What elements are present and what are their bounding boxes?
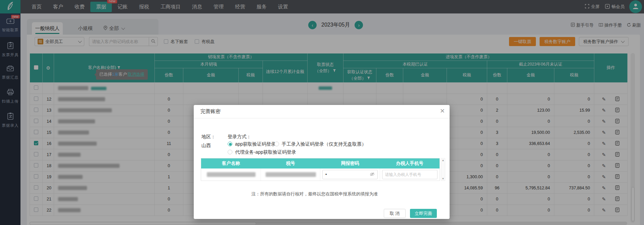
radio-agent-app-label: 代理业务-app获取验证码登录 (235, 149, 296, 155)
dialog-header: 完善账密 ✕ (194, 105, 450, 118)
dialog-title: 完善账密 (200, 108, 221, 115)
app-window: 首页客户收费票据new记账报税工商项目消息管理经营服务设置 全屏 畅会员 new… (0, 0, 644, 225)
web-password-input[interactable]: • (322, 170, 378, 179)
password-dot: • (325, 172, 370, 177)
region-label: 地区： (201, 134, 216, 140)
cancel-button[interactable]: 取 消 (384, 209, 406, 218)
agent-phone-input-wrap (382, 170, 438, 179)
redacted-customer-name (207, 172, 256, 177)
radio-agent-app-login[interactable] (228, 150, 232, 154)
credentials-row: • (201, 168, 440, 181)
redacted-tax-number (266, 172, 316, 177)
credentials-table-header: 客户名称 税号 网报密码 办税人手机号 (201, 158, 440, 168)
col-web-password: 网报密码 (320, 158, 380, 168)
agent-phone-input[interactable] (385, 172, 434, 177)
eye-slash-icon[interactable] (370, 172, 375, 177)
scroll-up-icon[interactable]: ▲ (441, 159, 445, 162)
confirm-button[interactable]: 立即完善 (410, 209, 437, 218)
radio-app-code-label: app获取验证码登录 (235, 141, 276, 147)
customer-name-cell (201, 168, 261, 181)
radio-app-code-login[interactable] (228, 142, 232, 146)
col-tax-number: 税号 (261, 158, 321, 168)
dialog-note: 注：所有的数据请自行核对，最终以您在国税申报系统的填报为准 (241, 191, 388, 197)
credentials-table: 客户名称 税号 网报密码 办税人手机号 • (201, 158, 440, 181)
radio-manual-code-login[interactable] (274, 142, 279, 146)
credentials-table-scrollbar: ▲ ▼ (441, 158, 445, 181)
web-password-cell: • (320, 168, 380, 181)
login-mode-label: 登录方式： (228, 134, 251, 140)
radio-manual-code-label: 手工录入验证码登录（仅支持无盘取票） (282, 141, 366, 147)
close-icon[interactable]: ✕ (440, 108, 445, 114)
agent-phone-cell (380, 168, 440, 181)
region-value: 山西 (201, 143, 211, 149)
complete-credentials-dialog: 完善账密 ✕ 地区： 山西 登录方式： app获取验证码登录 手工录入验证码登录… (194, 105, 450, 219)
col-agent-phone: 办税人手机号 (380, 158, 440, 168)
scroll-down-icon[interactable]: ▼ (441, 177, 445, 180)
col-customer-name: 客户名称 (201, 158, 261, 168)
tax-number-cell (261, 168, 321, 181)
